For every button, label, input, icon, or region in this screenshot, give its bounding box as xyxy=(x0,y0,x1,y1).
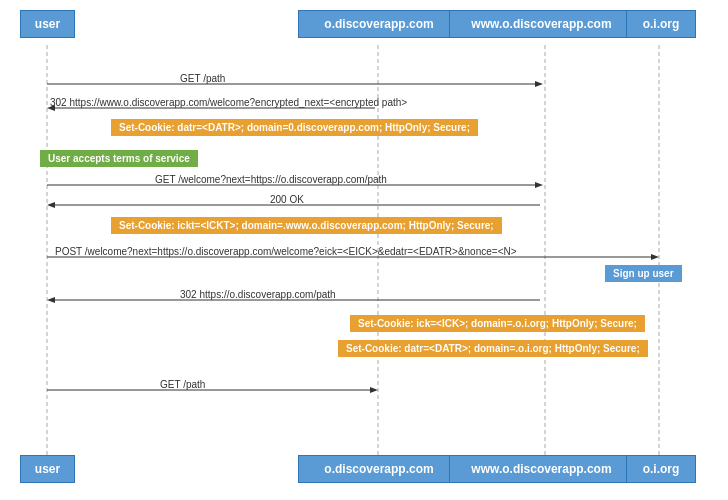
svg-marker-17 xyxy=(370,387,378,393)
actor-www-discover-top: www.o.discoverapp.com xyxy=(449,10,634,38)
svg-marker-15 xyxy=(47,297,55,303)
actor-o-i-org-top: o.i.org xyxy=(626,10,696,38)
msg7-box: Set-Cookie: ickt=<ICKT>; domain=.www.o.d… xyxy=(111,217,502,234)
msg9-box: Sign up user xyxy=(605,265,682,282)
msg2-label: 302 https://www.o.discoverapp.com/welcom… xyxy=(50,97,407,108)
msg11-box: Set-Cookie: ick=<ICK>; domain=.o.i.org; … xyxy=(350,315,645,332)
svg-marker-13 xyxy=(651,254,659,260)
actor-o-discover-top: o.discoverapp.com xyxy=(298,10,460,38)
svg-marker-11 xyxy=(47,202,55,208)
actor-o-discover-bottom: o.discoverapp.com xyxy=(298,455,460,483)
actor-o-i-org-bottom: o.i.org xyxy=(626,455,696,483)
msg5-label: GET /welcome?next=https://o.discoverapp.… xyxy=(155,174,387,185)
msg1-label: GET /path xyxy=(180,73,225,84)
actor-user-bottom: user xyxy=(20,455,75,483)
msg3-box: Set-Cookie: datr=<DATR>; domain=0.discov… xyxy=(111,119,478,136)
msg6-label: 200 OK xyxy=(270,194,304,205)
sequence-diagram: user o.discoverapp.com www.o.discoverapp… xyxy=(0,0,728,500)
svg-marker-5 xyxy=(535,81,543,87)
actor-www-discover-bottom: www.o.discoverapp.com xyxy=(449,455,634,483)
actor-user-top: user xyxy=(20,10,75,38)
msg10-label: 302 https://o.discoverapp.com/path xyxy=(180,289,336,300)
svg-marker-9 xyxy=(535,182,543,188)
msg13-label: GET /path xyxy=(160,379,205,390)
msg4-box: User accepts terms of service xyxy=(40,150,198,167)
msg12-box: Set-Cookie: datr=<DATR>; domain=.o.i.org… xyxy=(338,340,648,357)
msg8-label: POST /welcome?next=https://o.discoverapp… xyxy=(55,246,517,257)
